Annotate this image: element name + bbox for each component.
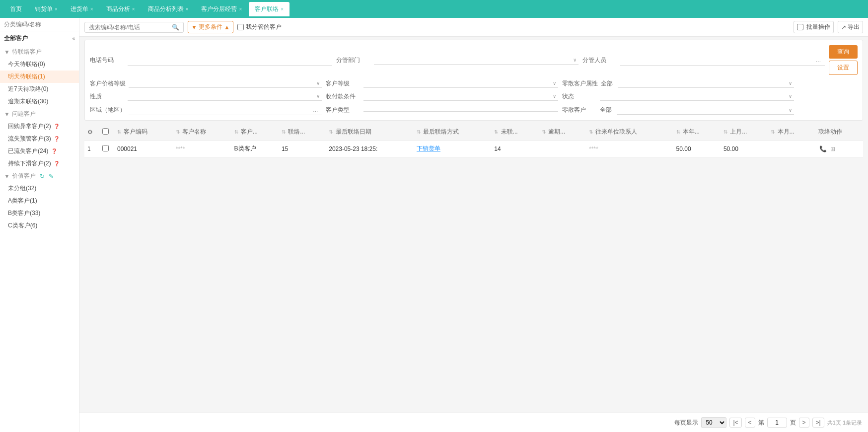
sidebar-item-overdue[interactable]: 逾期未联络(30) <box>0 95 79 108</box>
all-customers-header[interactable]: 全部客户 « <box>0 31 79 46</box>
filter-customer-level: 客户等级 ∨ <box>326 79 558 88</box>
nav-analysis-list[interactable]: 商品分析列表 × <box>142 2 195 16</box>
row-actions: 📞 ⊞ <box>815 141 863 157</box>
export-button[interactable]: ↗ 导出 <box>838 21 863 33</box>
group-label-pending: ▼ 待联络客户 <box>0 46 79 58</box>
nature-label: 性质 <box>90 92 125 101</box>
sidebar-item-b-class[interactable]: B类客户(33) <box>0 207 79 219</box>
refresh-icon[interactable]: ↻ <box>40 173 45 180</box>
search-icon[interactable]: 🔍 <box>172 24 179 31</box>
last-page-button[interactable]: >| <box>812 418 824 428</box>
action-phone-icon[interactable]: 📞 <box>819 145 827 152</box>
retail-select[interactable]: ∨ <box>617 106 794 115</box>
query-button[interactable]: 查询 <box>829 45 858 59</box>
col-last-month: ⇅ 上月... <box>721 124 768 141</box>
row-code: 000021 <box>114 141 173 157</box>
first-page-button[interactable]: |< <box>729 418 741 428</box>
sidebar-item-7days[interactable]: 近7天待联络(0) <box>0 83 79 95</box>
action-grid-icon[interactable]: ⊞ <box>830 145 835 152</box>
search-box: 🔍 <box>84 22 184 33</box>
filter-person: 分管人员 ... <box>582 55 825 66</box>
nav-customer-contact[interactable]: 客户联络 × <box>249 2 289 16</box>
my-customers-checkbox[interactable]: 我分管的客户 <box>237 23 282 31</box>
sidebar-search-input[interactable] <box>4 21 78 28</box>
page-suffix: 页 <box>790 419 796 427</box>
status-select[interactable]: ∨ <box>600 92 794 101</box>
sidebar-item-declining[interactable]: 持续下滑客户(2) ❓ <box>0 157 79 170</box>
bulk-action-button[interactable]: 批量操作 <box>794 21 834 33</box>
filter-type: 客户类型 <box>326 106 558 114</box>
col-overdue: ⇅ 逾期... <box>539 124 586 141</box>
row-last-method[interactable]: 下销货单 <box>414 141 491 157</box>
search-input[interactable] <box>89 24 170 31</box>
row-current-month <box>768 141 815 157</box>
type-select[interactable] <box>363 108 558 112</box>
filter-row-1: 电话号码 分管部门 ∨ 分管人员 ... 查询 设置 <box>90 45 858 75</box>
nav-purchase[interactable]: 进货单 × <box>65 2 99 16</box>
edit-icon[interactable]: ✎ <box>49 173 54 180</box>
bulk-checkbox[interactable] <box>797 24 803 30</box>
person-label: 分管人员 <box>582 56 617 65</box>
per-page-label: 每页显示 <box>674 419 698 427</box>
row-check[interactable] <box>102 145 109 151</box>
price-level-select[interactable]: ∨ <box>129 79 322 88</box>
sidebar-item-churn-warning[interactable]: 流失预警客户(3) ❓ <box>0 133 79 145</box>
row-last-month: 50.00 <box>721 141 768 157</box>
sidebar-item-ungrouped[interactable]: 未分组(32) <box>0 182 79 195</box>
payment-select[interactable]: ∨ <box>363 92 558 101</box>
select-all-checkbox[interactable] <box>102 128 109 135</box>
content-area: 🔍 ▼ 更多条件 ▲ 我分管的客户 批量操作 ↗ 导出 <box>79 18 868 432</box>
row-name: **** <box>173 141 231 157</box>
row-uncontacted: 14 <box>491 141 538 157</box>
region-select[interactable]: ... <box>129 105 322 115</box>
close-icon[interactable]: × <box>281 6 284 12</box>
row-checkbox[interactable] <box>99 141 114 157</box>
filter-region: 区域（地区） ... <box>90 105 322 115</box>
sidebar-item-a-class[interactable]: A类客户(1) <box>0 195 79 207</box>
close-icon[interactable]: × <box>239 6 242 12</box>
phone-input[interactable] <box>128 55 332 66</box>
table-row: 1 000021 **** B类客户 15 2023-05-23 18:25: … <box>84 141 863 157</box>
retail-attr-value: 全部 <box>601 79 613 88</box>
dept-select[interactable]: ∨ <box>374 56 579 65</box>
prev-page-button[interactable]: < <box>745 418 755 428</box>
col-current-year: ⇅ 本年... <box>673 124 721 141</box>
nature-select[interactable]: ∨ <box>128 92 322 101</box>
sidebar-item-c-class[interactable]: C类客户(6) <box>0 219 79 232</box>
nav-analysis[interactable]: 商品分析 × <box>100 2 141 16</box>
customer-level-select[interactable]: ∨ <box>363 79 558 88</box>
col-action: 联络动作 <box>815 124 863 141</box>
sidebar-item-churned[interactable]: 已流失客户(24) ❓ <box>0 145 79 157</box>
filter-payment: 收付款条件 ∨ <box>326 92 558 101</box>
sidebar-item-today[interactable]: 今天待联络(0) <box>0 58 79 71</box>
close-icon[interactable]: × <box>132 6 135 12</box>
row-type: B类客户 <box>231 141 279 157</box>
per-page-select[interactable]: 50 100 200 <box>701 417 726 428</box>
row-contacts: 15 <box>279 141 326 157</box>
col-last-date: ⇅ 最后联络日期 <box>326 124 414 141</box>
close-icon[interactable]: × <box>90 6 93 12</box>
my-customers-check-input[interactable] <box>237 24 244 30</box>
nav-home[interactable]: 首页 <box>4 2 28 16</box>
filter-action-btns: 查询 设置 <box>829 45 858 75</box>
close-icon[interactable]: × <box>186 6 189 12</box>
retail-attr-select[interactable]: ∨ <box>618 79 794 88</box>
sidebar-item-repurchase[interactable]: 回购异常客户(2) ❓ <box>0 120 79 133</box>
set-button[interactable]: 设置 <box>829 61 858 75</box>
sidebar-item-tomorrow[interactable]: 明天待联络(1) <box>0 71 79 83</box>
person-select[interactable]: ... <box>620 55 825 66</box>
col-settings[interactable]: ⚙ <box>84 124 99 141</box>
retail-attr-label: 零散客户属性 <box>562 79 598 88</box>
region-label: 区域（地区） <box>90 106 126 114</box>
next-page-button[interactable]: > <box>799 418 809 428</box>
nav-sales[interactable]: 销货单 × <box>29 2 64 16</box>
nav-customer-tier[interactable]: 客户分层经营 × <box>195 2 248 16</box>
close-icon[interactable]: × <box>55 6 58 12</box>
col-checkbox[interactable] <box>99 124 114 141</box>
filter-retail: 零散客户 全部 ∨ <box>562 106 794 115</box>
col-uncontacted: ⇅ 未联... <box>491 124 538 141</box>
table-container: ⚙ ⇅ 客户编码 ⇅ 客户名称 ⇅ 客户... <box>79 124 868 413</box>
page-input[interactable] <box>767 418 787 428</box>
total-info: 共1页 1条记录 <box>827 419 862 427</box>
filter-button[interactable]: ▼ 更多条件 ▲ <box>188 21 233 33</box>
